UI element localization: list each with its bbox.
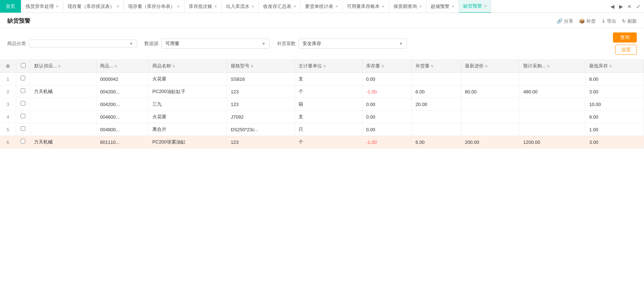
tab-defect-handling[interactable]: 拣货异常处理 × <box>21 0 63 13</box>
row-replenish-3: 20.00 <box>412 98 461 111</box>
row-price-5 <box>461 123 519 136</box>
datasource-arrow-icon: ▼ <box>262 41 266 46</box>
row-price-2: 80.00 <box>461 85 519 98</box>
close-tab-expiry-query[interactable]: × <box>419 4 422 9</box>
row-spec-2: 123 <box>227 85 295 98</box>
tab-maximize[interactable]: ⤢ <box>634 2 643 11</box>
replenish-base-filter: 补货基数 安全库存 ▼ <box>277 39 407 49</box>
row-checkbox-5[interactable] <box>16 123 31 134</box>
row-num-4: 4 <box>0 111 16 123</box>
row-est-purchase-4 <box>519 111 586 123</box>
close-tab-order-stats[interactable]: × <box>335 4 338 9</box>
tab-nav-prev[interactable]: ◀ <box>608 2 617 11</box>
sort-icon-min-stock: ⇅ <box>609 64 612 68</box>
refresh-button[interactable]: ↻ 刷新 <box>622 18 637 25</box>
row-checkbox-1[interactable] <box>16 73 31 83</box>
table-header-row: ⚙ 默认供应... ⇅ 商品... ⇅ <box>0 59 644 73</box>
tab-close-all[interactable]: ✕ <box>625 2 634 11</box>
col-replenish-qty: 补货量 ⇅ <box>412 59 461 73</box>
row-checkbox-6[interactable] <box>16 136 31 146</box>
row-unit-1: 支 <box>295 73 362 85</box>
tab-home[interactable]: 首页 <box>0 0 21 13</box>
replenish-base-value: 安全库存 <box>303 40 321 47</box>
tab-expiry-query[interactable]: 保质期查询 × <box>389 0 426 13</box>
close-tab-batch-account[interactable]: × <box>214 4 217 9</box>
row-checkbox-4[interactable] <box>16 111 31 121</box>
replenish-button[interactable]: 📦 补货 <box>579 18 596 25</box>
row-name-2: PC200油缸缸子 <box>149 85 227 98</box>
row-unit-3: 箱 <box>295 98 362 111</box>
tab-inout-flow[interactable]: 出入库流水 × <box>222 0 259 13</box>
row-spec-6: 123 <box>227 136 295 149</box>
col-product-code: 商品... ⇅ <box>96 59 149 73</box>
sort-icon-stock: ⇅ <box>381 64 384 68</box>
close-tab-available-ledger[interactable]: × <box>382 4 384 9</box>
row-code-4: 004600... <box>96 111 149 123</box>
col-spec: 规格型号 ⇅ <box>227 59 295 73</box>
row-price-1 <box>461 73 519 85</box>
header-actions: 🔗 分享 📦 补货 ⇓ 导出 ↻ 刷新 <box>557 18 637 25</box>
sort-icon-unit: ⇅ <box>323 64 326 68</box>
tab-overstock[interactable]: 超储预警 × <box>426 0 459 13</box>
row-unit-4: 支 <box>295 111 362 123</box>
row-stock-2: -1.00 <box>362 85 412 98</box>
table-row: 6 力天机械 801110... PC200张紧油缸 123 个 -1.00 6… <box>0 136 644 149</box>
replenish-base-arrow-icon: ▼ <box>399 41 403 46</box>
select-all-checkbox[interactable] <box>21 63 26 68</box>
tab-nav-next[interactable]: ▶ <box>617 2 625 11</box>
row-est-purchase-2: 480.00 <box>519 85 586 98</box>
table-row: 4 004600... 火花塞 J7092 支 0.00 8.00 <box>0 111 644 123</box>
close-tab-inventory-dist[interactable]: × <box>177 4 180 9</box>
tab-batch-account[interactable]: 库存批次账 × <box>184 0 222 13</box>
replenish-icon: 📦 <box>579 18 585 24</box>
tab-available-ledger[interactable]: 可用量库存账本 × <box>343 0 389 13</box>
tab-order-stats[interactable]: 要货单统计表 × <box>301 0 343 13</box>
page-header: 缺货预警 🔗 分享 📦 补货 ⇓ 导出 ↻ 刷新 <box>0 13 644 28</box>
table-container: ⚙ 默认供应... ⇅ 商品... ⇅ <box>0 59 644 149</box>
row-stock-5: 0.00 <box>362 123 412 136</box>
row-supplier-4 <box>30 111 96 123</box>
row-stock-3: 0.00 <box>362 98 412 111</box>
close-tab-inout-flow[interactable]: × <box>252 4 254 9</box>
row-code-6: 801110... <box>96 136 149 149</box>
tab-shortage[interactable]: 缺货预警 × <box>459 0 491 13</box>
settings-button[interactable]: 设置 <box>615 45 637 55</box>
close-tab-shortage[interactable]: × <box>484 4 487 9</box>
category-select[interactable]: ▼ <box>29 40 137 48</box>
datasource-value: 可用量 <box>165 40 179 47</box>
replenish-base-select[interactable]: 安全库存 ▼ <box>299 39 407 49</box>
row-min-stock-2: 3.00 <box>586 85 644 98</box>
data-table: ⚙ 默认供应... ⇅ 商品... ⇅ <box>0 59 644 149</box>
col-latest-price: 最新进价 ⇅ <box>461 59 519 73</box>
close-tab-receipt-summary[interactable]: × <box>293 4 296 9</box>
row-min-stock-1: 8.00 <box>586 73 644 85</box>
datasource-select[interactable]: 可用量 ▼ <box>161 39 270 49</box>
col-stock: 库存量 ⇅ <box>362 59 412 73</box>
close-tab-defect-handling[interactable]: × <box>56 4 58 9</box>
close-tab-overstock[interactable]: × <box>452 4 454 9</box>
tab-inventory-status[interactable]: 现存量（库存状况表） × <box>63 0 124 13</box>
row-spec-5: DS250*23c... <box>227 123 295 136</box>
sort-icon-supplier: ⇅ <box>58 64 61 68</box>
close-tab-inventory-status[interactable]: × <box>117 4 119 9</box>
settings-gear-icon[interactable]: ⚙ <box>6 63 10 69</box>
export-button[interactable]: ⇓ 导出 <box>601 18 616 25</box>
share-button[interactable]: 🔗 分享 <box>557 18 573 25</box>
row-checkbox-3[interactable] <box>16 98 31 109</box>
row-min-stock-5: 1.00 <box>586 123 644 136</box>
tab-nav-buttons: ◀ ▶ ✕ ⤢ <box>608 2 644 11</box>
col-product-name: 商品名称 ⇅ <box>149 59 227 73</box>
query-button[interactable]: 查询 <box>613 32 637 43</box>
row-price-3 <box>461 98 519 111</box>
sort-icon-replenish: ⇅ <box>431 64 434 68</box>
sort-icon-spec: ⇅ <box>251 64 253 68</box>
filter-bar: 商品分类 ▼ 数据源 可用量 ▼ 补货基数 安全库存 ▼ 查询 设置 <box>0 28 644 59</box>
tab-inventory-dist[interactable]: 现存量（库存分布表） × <box>124 0 184 13</box>
row-name-3: 三九 <box>149 98 227 111</box>
col-settings[interactable]: ⚙ <box>0 59 16 73</box>
sort-icon-price: ⇅ <box>485 64 488 68</box>
tab-receipt-summary[interactable]: 收发存汇总表 × <box>259 0 301 13</box>
row-num-6: 6 <box>0 136 16 149</box>
row-checkbox-2[interactable] <box>16 85 31 96</box>
page-title: 缺货预警 <box>7 17 557 25</box>
